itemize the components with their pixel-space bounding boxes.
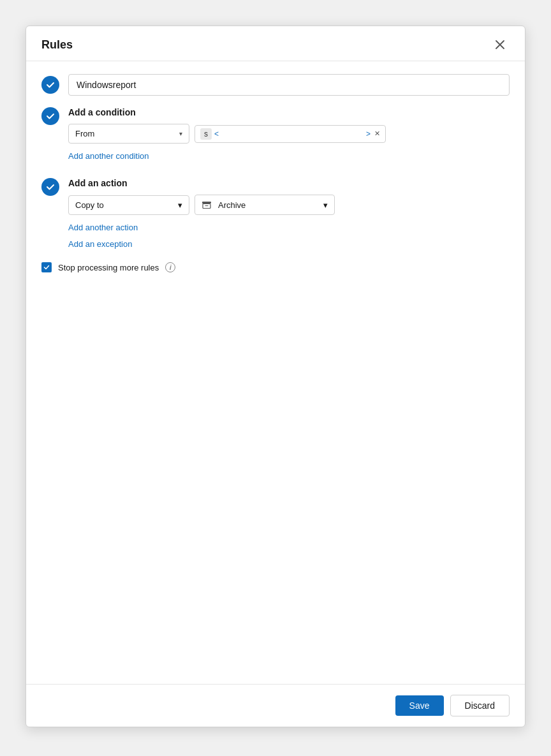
- tag-text: s: [204, 130, 208, 138]
- save-button[interactable]: Save: [395, 695, 444, 716]
- add-action-button[interactable]: Add another action: [68, 223, 138, 232]
- condition-row: From ▾ s < > ✕: [68, 124, 510, 144]
- tag-left-bracket[interactable]: <: [214, 130, 219, 138]
- from-label: From: [75, 129, 94, 138]
- copy-to-chevron: ▾: [178, 200, 182, 210]
- stop-processing-label: Stop processing more rules: [58, 263, 159, 272]
- archive-label: Archive: [218, 200, 246, 210]
- close-button[interactable]: [490, 38, 510, 52]
- action-section: Add an action Copy to ▾: [41, 178, 510, 249]
- stop-processing-checkbox[interactable]: [41, 262, 52, 272]
- tag-close-button[interactable]: ✕: [374, 130, 380, 138]
- rule-name-check: [41, 76, 59, 94]
- condition-check: [41, 107, 59, 125]
- dialog-header: Rules: [26, 26, 525, 61]
- info-icon[interactable]: i: [165, 262, 175, 272]
- action-check: [41, 178, 59, 196]
- from-dropdown[interactable]: From ▾: [68, 124, 189, 144]
- condition-tag-input[interactable]: s < > ✕: [195, 125, 386, 143]
- add-exception-button[interactable]: Add an exception: [68, 239, 132, 249]
- dialog-footer: Save Discard: [26, 684, 525, 727]
- rules-dialog: Rules Add a condition: [26, 26, 525, 727]
- archive-dropdown[interactable]: Archive ▾: [195, 195, 335, 215]
- condition-title: Add a condition: [68, 107, 510, 117]
- discard-button[interactable]: Discard: [450, 695, 510, 716]
- condition-section: Add a condition From ▾ s < >: [41, 107, 510, 161]
- stop-processing-row: Stop processing more rules i: [41, 262, 510, 272]
- dialog-title: Rules: [41, 38, 73, 52]
- rule-name-input[interactable]: [68, 74, 510, 96]
- dialog-body: Add a condition From ▾ s < >: [26, 61, 525, 485]
- svg-rect-0: [202, 202, 211, 204]
- action-row: Copy to ▾ Archive ▾: [68, 195, 510, 215]
- condition-content: Add a condition From ▾ s < >: [68, 107, 510, 161]
- from-chevron: ▾: [179, 130, 182, 137]
- copy-to-dropdown[interactable]: Copy to ▾: [68, 195, 189, 215]
- archive-chevron: ▾: [323, 200, 328, 210]
- tag-item: s: [200, 128, 212, 140]
- archive-icon: [202, 200, 212, 210]
- tag-right-bracket[interactable]: >: [366, 130, 371, 138]
- rule-name-row: [41, 74, 510, 96]
- action-content: Add an action Copy to ▾: [68, 178, 510, 249]
- copy-to-label: Copy to: [75, 200, 104, 210]
- action-title: Add an action: [68, 178, 510, 188]
- add-condition-button[interactable]: Add another condition: [68, 151, 149, 161]
